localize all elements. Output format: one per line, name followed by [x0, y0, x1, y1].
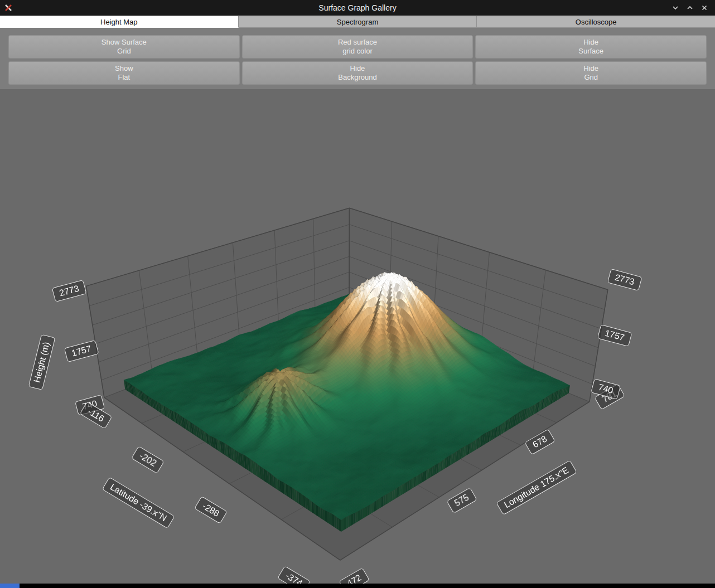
maximize-icon[interactable]: [686, 4, 694, 12]
tab-spectrogram[interactable]: Spectrogram: [239, 16, 477, 28]
button-label-line: Hide: [583, 64, 598, 73]
surface-chart: 2773 1757 740 Height (m) -116 -202 -288 …: [0, 89, 715, 584]
button-label-line: Background: [338, 73, 376, 82]
button-label-line: Surface: [578, 47, 603, 56]
button-label-line: Grid: [117, 47, 131, 56]
control-panel: Show Surface Grid Red surface grid color…: [0, 28, 715, 89]
taskbar-strip: [0, 584, 715, 588]
button-label-line: Show: [115, 64, 133, 73]
titlebar: Surface Graph Gallery: [0, 0, 715, 16]
surface-grid-color-button[interactable]: Red surface grid color: [242, 35, 474, 59]
show-surface-grid-button[interactable]: Show Surface Grid: [8, 35, 240, 59]
button-label-line: grid color: [342, 47, 372, 56]
window-controls: [671, 4, 715, 12]
toggle-grid-button[interactable]: Hide Grid: [475, 61, 707, 85]
close-icon[interactable]: [700, 4, 708, 12]
tab-oscilloscope[interactable]: Oscilloscope: [477, 16, 715, 28]
button-label-line: Show Surface: [102, 38, 147, 47]
button-label-line: Red surface: [338, 38, 377, 47]
app-window: Surface Graph Gallery Height Map Spectro…: [0, 0, 715, 588]
window-title: Surface Graph Gallery: [318, 3, 396, 12]
button-label-line: Hide: [583, 38, 598, 47]
tab-height-map[interactable]: Height Map: [0, 16, 239, 28]
show-flat-button[interactable]: Show Flat: [8, 61, 240, 85]
toggle-background-button[interactable]: Hide Background: [242, 61, 474, 85]
taskbar-accent: [0, 584, 20, 588]
app-icon: [4, 4, 12, 12]
button-label-line: Grid: [584, 73, 598, 82]
button-label-line: Flat: [118, 73, 130, 82]
minimize-icon[interactable]: [671, 4, 679, 12]
button-label-line: Hide: [350, 64, 365, 73]
tab-bar: Height Map Spectrogram Oscilloscope: [0, 16, 715, 28]
toggle-surface-button[interactable]: Hide Surface: [475, 35, 707, 59]
